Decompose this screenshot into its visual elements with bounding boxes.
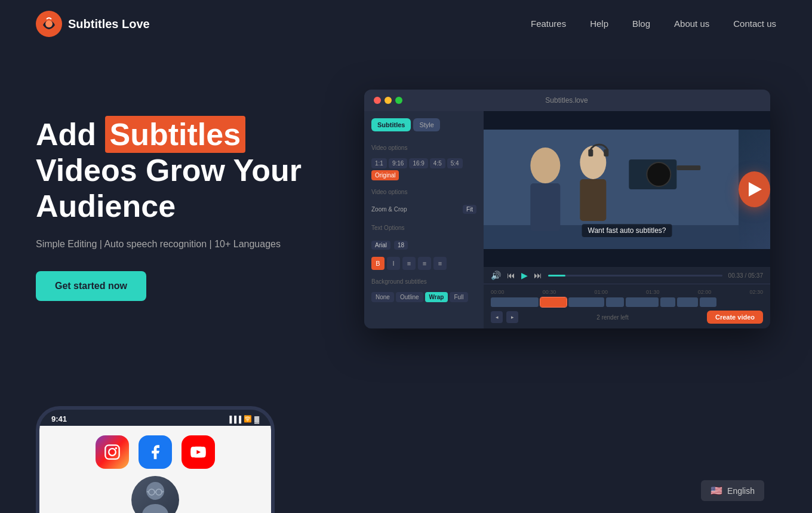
play-icon bbox=[749, 182, 762, 196]
track-8[interactable] bbox=[700, 297, 716, 307]
volume-button[interactable]: 🔊 bbox=[491, 271, 501, 280]
logo-icon bbox=[36, 11, 62, 37]
ratio-4-5[interactable]: 4:5 bbox=[430, 158, 445, 168]
app-main: Want fast auto subtitles? 🔊 ⏮ ▶ ⏭ 00. bbox=[484, 111, 770, 328]
title-highlight: Subtitles bbox=[105, 116, 246, 153]
video-thumbnail: Want fast auto subtitles? bbox=[484, 130, 770, 249]
bg-wrap[interactable]: Wrap bbox=[425, 292, 448, 302]
svg-line-23 bbox=[162, 492, 164, 492]
ratio-5-4[interactable]: 5:4 bbox=[447, 158, 463, 168]
track-1[interactable] bbox=[491, 297, 539, 307]
language-selector[interactable]: 🇺🇸 English bbox=[701, 480, 764, 501]
track-4[interactable] bbox=[606, 297, 624, 307]
svg-point-7 bbox=[647, 162, 670, 186]
align-right-button[interactable]: ≡ bbox=[433, 257, 447, 270]
time-marker-0: 00:00 bbox=[491, 289, 505, 295]
maximize-button[interactable] bbox=[395, 97, 402, 104]
rewind-button[interactable]: ⏮ bbox=[507, 271, 515, 280]
track-3[interactable] bbox=[568, 297, 604, 307]
svg-point-14 bbox=[109, 449, 116, 456]
video-area: Want fast auto subtitles? bbox=[484, 111, 770, 267]
navbar: Subtitles Love Features Help Blog About … bbox=[0, 0, 812, 48]
bold-button[interactable]: B bbox=[371, 257, 385, 270]
track-2-active[interactable] bbox=[540, 297, 567, 307]
second-section: 9:41 ▐▐▐ 🛜 ▓ bbox=[0, 382, 812, 513]
svg-point-4 bbox=[530, 148, 560, 183]
time-marker-5: 02:30 bbox=[749, 289, 763, 295]
hero-right: Subtitles.love Subtitles Style Video opt… bbox=[358, 90, 776, 328]
nav-about[interactable]: About us bbox=[674, 19, 709, 29]
youtube-icon[interactable] bbox=[182, 435, 215, 469]
zoom-crop-row: Zoom & Crop Fit bbox=[371, 205, 476, 214]
us-flag-icon: 🇺🇸 bbox=[710, 485, 722, 496]
person-svg bbox=[137, 479, 173, 513]
facebook-icon[interactable] bbox=[139, 435, 172, 469]
progress-fill bbox=[548, 275, 565, 277]
track-7[interactable] bbox=[677, 297, 698, 307]
instagram-icon[interactable] bbox=[96, 435, 129, 469]
nav-help[interactable]: Help bbox=[590, 19, 608, 29]
time-marker-3: 01:30 bbox=[646, 289, 660, 295]
app-titlebar: Subtitles.love bbox=[364, 90, 770, 111]
track-6[interactable] bbox=[660, 297, 675, 307]
ratio-1-1[interactable]: 1:1 bbox=[371, 158, 387, 168]
font-row: Arial 18 bbox=[371, 241, 476, 250]
fast-forward-button[interactable]: ⏭ bbox=[534, 271, 542, 280]
time-marker-2: 01:00 bbox=[594, 289, 608, 295]
video-options-label2: Video options bbox=[371, 189, 476, 195]
progress-bar[interactable] bbox=[548, 275, 722, 277]
app-sidebar: Subtitles Style Video options 1:1 9:16 1… bbox=[364, 111, 484, 328]
timeline-controls: ◂ ▸ bbox=[491, 311, 518, 323]
nav-features[interactable]: Features bbox=[531, 19, 566, 29]
app-body: Subtitles Style Video options 1:1 9:16 1… bbox=[364, 111, 770, 328]
hero-left: Add Subtitles Videos Grow YourAudience S… bbox=[36, 117, 334, 300]
svg-point-1 bbox=[45, 20, 53, 27]
get-started-button[interactable]: Get started now bbox=[36, 271, 146, 301]
nav-contact[interactable]: Contact us bbox=[733, 19, 776, 29]
avatar bbox=[131, 476, 179, 513]
phone-time: 9:41 bbox=[51, 414, 67, 423]
font-select[interactable]: Arial bbox=[371, 241, 390, 250]
ratio-16-9[interactable]: 16:9 bbox=[409, 158, 427, 168]
close-button[interactable] bbox=[374, 97, 381, 104]
align-center-button[interactable]: ≡ bbox=[418, 257, 431, 270]
timeline-footer: ◂ ▸ 2 render left Create video bbox=[491, 311, 763, 324]
title-suffix: Videos Grow YourAudience bbox=[36, 153, 302, 223]
play-button[interactable] bbox=[739, 171, 770, 207]
video-options-label: Video options bbox=[371, 145, 476, 151]
timeline-area: 00:00 00:30 01:00 01:30 02:00 02:30 bbox=[484, 284, 770, 328]
bg-none[interactable]: None bbox=[371, 292, 394, 302]
bg-outline[interactable]: Outline bbox=[396, 292, 423, 302]
phone-content bbox=[39, 426, 271, 513]
svg-point-18 bbox=[142, 504, 168, 513]
align-left-button[interactable]: ≡ bbox=[402, 257, 416, 270]
play-control-button[interactable]: ▶ bbox=[521, 271, 528, 280]
svg-line-22 bbox=[147, 492, 149, 492]
zoom-crop-label: Zoom & Crop bbox=[371, 206, 459, 213]
minimize-button[interactable] bbox=[385, 97, 392, 104]
hero-subtitle: Simple Editing | Auto speech recognition… bbox=[36, 239, 334, 250]
social-icons-row bbox=[96, 435, 215, 469]
ratio-original[interactable]: Original bbox=[371, 170, 399, 180]
create-video-button[interactable]: Create video bbox=[707, 311, 763, 324]
italic-button[interactable]: I bbox=[387, 257, 400, 270]
language-text: English bbox=[727, 486, 755, 496]
zoom-crop-value[interactable]: Fit bbox=[463, 205, 476, 214]
timeline-ruler: 00:00 00:30 01:00 01:30 02:00 02:30 bbox=[491, 289, 763, 295]
nav-blog[interactable]: Blog bbox=[632, 19, 650, 29]
battery-icon: ▓ bbox=[254, 416, 259, 423]
track-5[interactable] bbox=[626, 297, 659, 307]
bg-full[interactable]: Full bbox=[450, 292, 467, 302]
svg-rect-10 bbox=[580, 179, 606, 221]
logo[interactable]: Subtitles Love bbox=[36, 11, 150, 37]
phone-status-bar: 9:41 ▐▐▐ 🛜 ▓ bbox=[39, 410, 271, 426]
font-size-select[interactable]: 18 bbox=[394, 241, 408, 250]
nav-links: Features Help Blog About us Contact us bbox=[531, 19, 776, 29]
timeline-ctrl-1[interactable]: ◂ bbox=[491, 311, 503, 323]
style-tab[interactable]: Style bbox=[413, 118, 439, 131]
ratio-9-16[interactable]: 9:16 bbox=[389, 158, 407, 168]
timeline-ctrl-2[interactable]: ▸ bbox=[506, 311, 518, 323]
video-controls: 🔊 ⏮ ▶ ⏭ 00.33 / 05:37 bbox=[484, 267, 770, 284]
subtitles-tab[interactable]: Subtitles bbox=[371, 118, 411, 131]
svg-rect-13 bbox=[105, 445, 119, 459]
